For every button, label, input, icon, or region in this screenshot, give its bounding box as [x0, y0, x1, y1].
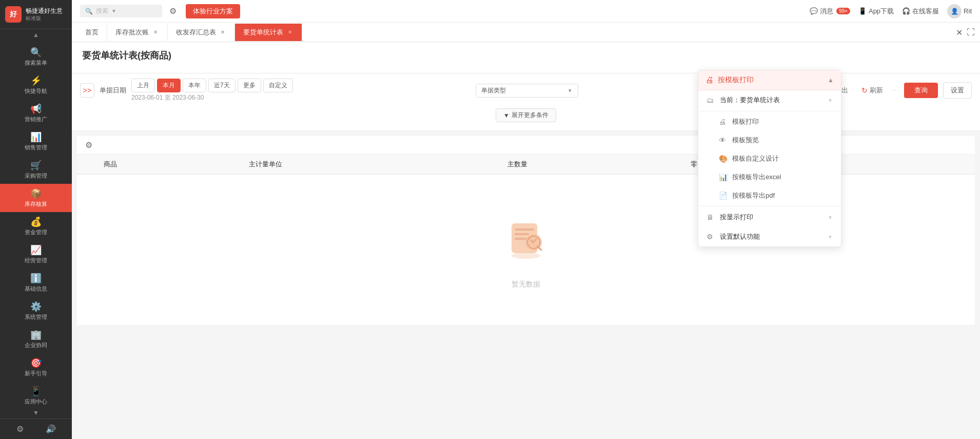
dropdown-panel: 🖨 按模板打印 ▲ 🗂 当前：要货单统计表 ▼ 🖨 模板打印 👁 模板预览 🎨 … [698, 70, 841, 247]
sidebar-item-finance[interactable]: 💰 资金管理 [0, 212, 72, 240]
trial-btn[interactable]: 体验行业方案 [186, 4, 240, 18]
template-custom-label: 模板自定义设计 [732, 154, 779, 163]
sidebar-item-purchase[interactable]: 🛒 采购管理 [0, 156, 72, 184]
set-default-label: 设置默认功能 [720, 232, 822, 241]
main-content: 要货单统计表(按商品) >> 单据日期 上月 本月 本年 近7天 更多 自定义 … [72, 42, 980, 439]
tab-close-batch-account[interactable]: ✕ [152, 29, 159, 36]
sidebar-item-marketing[interactable]: 📢 营销推广 [0, 99, 72, 127]
action-more-dots[interactable]: ··· [892, 86, 899, 95]
page-header: 要货单统计表(按商品) [72, 42, 980, 73]
topbar-search[interactable]: 🔍 搜索 ▼ [80, 5, 162, 17]
svg-point-0 [512, 253, 540, 259]
expand-more-icon: ▼ [503, 112, 509, 119]
topbar: 🔍 搜索 ▼ ⚙ 体验行业方案 💬 消息 99+ 📱 App下载 🎧 在线客服 … [72, 0, 980, 23]
sidebar-item-basic-info[interactable]: ℹ️ 基础信息 [0, 269, 72, 297]
settings-btn[interactable]: 设置 [943, 82, 972, 99]
topbar-gear-icon[interactable]: ⚙ [169, 6, 177, 16]
sound-footer-icon[interactable]: 🔊 [46, 424, 56, 434]
date-btn-last-month[interactable]: 上月 [131, 79, 155, 92]
order-type-select[interactable]: 单据类型 ▼ [476, 84, 578, 98]
filter-bar: >> 单据日期 上月 本月 本年 近7天 更多 自定义 2023-06-01 至… [72, 73, 980, 131]
date-btn-more[interactable]: 更多 [238, 79, 261, 92]
message-btn[interactable]: 💬 消息 99+ [810, 7, 850, 16]
dropdown-current-template[interactable]: 🗂 当前：要货单统计表 ▼ [698, 90, 841, 110]
tab-home[interactable]: 首页 [77, 24, 107, 41]
tab-receipt-summary[interactable]: 收发存汇总表✕ [168, 24, 235, 41]
export-excel-label: 按模板导出excel [732, 173, 781, 182]
sidebar-scroll-up[interactable]: ▲ [0, 29, 72, 41]
tab-label-home: 首页 [85, 28, 99, 37]
enterprise-label: 企业协同 [25, 341, 47, 349]
order-type-label: 单据类型 [481, 86, 506, 95]
operations-label: 经营管理 [25, 257, 47, 264]
logo-icon: 好 [5, 6, 22, 23]
sidebar-item-operations[interactable]: 📈 经营管理 [0, 240, 72, 269]
dropdown-header: 🖨 按模板打印 ▲ [698, 70, 841, 90]
user-avatar-btn[interactable]: 👤 Rit [947, 4, 972, 18]
svg-rect-3 [515, 233, 529, 235]
tabbar-controls: ✕ ⛶ [956, 27, 975, 37]
divider-1 [698, 111, 841, 111]
sidebar-item-search[interactable]: 🔍 搜索菜单 [0, 43, 72, 71]
marketing-icon: 📢 [30, 103, 42, 114]
date-btn-this-month[interactable]: 本月 [157, 79, 181, 92]
date-btn-custom[interactable]: 自定义 [263, 79, 293, 92]
col-quantity: 主数量 [501, 155, 684, 175]
dropdown-template-preview[interactable]: 👁 模板预览 [698, 131, 841, 149]
sidebar-item-sales[interactable]: 📊 销售管理 [0, 127, 72, 156]
dropdown-display-print[interactable]: 🖥 按显示打印 ▼ [698, 207, 841, 227]
date-btn-this-year[interactable]: 本年 [183, 79, 206, 92]
expand-tabbar-btn[interactable]: ⛶ [967, 28, 975, 37]
export-excel-icon: 📊 [719, 173, 727, 181]
tab-close-receipt-summary[interactable]: ✕ [219, 29, 226, 36]
settings-footer-icon[interactable]: ⚙ [16, 424, 24, 434]
refresh-btn[interactable]: ↻ 刷新 [857, 84, 887, 97]
search-label: 搜索菜单 [25, 59, 47, 67]
dropdown-template-print[interactable]: 🖨 模板打印 [698, 112, 841, 131]
sidebar-item-app-center[interactable]: 📱 应用中心 [0, 381, 72, 407]
sidebar-item-quick-nav[interactable]: ⚡ 快捷导航 [0, 71, 72, 99]
sidebar-item-enterprise[interactable]: 🏢 企业协同 [0, 325, 72, 353]
user-name: Rit [964, 7, 972, 15]
online-service-btn[interactable]: 🎧 在线客服 [902, 7, 939, 16]
operations-icon: 📈 [30, 244, 42, 256]
app-edition: 标准版 [26, 15, 63, 22]
current-template-icon: 🗂 [707, 96, 715, 104]
tab-order-stats[interactable]: 要货单统计表✕ [235, 24, 302, 41]
date-filter-label: 单据日期 [100, 86, 126, 95]
system-icon: ⚙️ [30, 301, 42, 312]
sidebar-item-system[interactable]: ⚙️ 系统管理 [0, 297, 72, 325]
date-btn-7days[interactable]: 近7天 [208, 79, 236, 92]
quick-nav-icon: ⚡ [30, 75, 42, 86]
date-range-display: 2023-06-01 至 2023-06-30 [131, 93, 293, 102]
tab-close-order-stats[interactable]: ✕ [286, 29, 293, 36]
tab-batch-account[interactable]: 库存批次账✕ [107, 24, 168, 41]
dropdown-export-pdf[interactable]: 📄 按模板导出pdf [698, 186, 841, 205]
tab-label-receipt-summary: 收发存汇总表 [176, 28, 216, 37]
expand-more-btn[interactable]: ▼ 展开更多条件 [496, 108, 556, 122]
sales-icon: 📊 [30, 131, 42, 143]
sidebar-scroll-down[interactable]: ▼ [0, 407, 72, 418]
app-download-btn[interactable]: 📱 App下载 [858, 7, 894, 16]
dropdown-template-custom[interactable]: 🎨 模板自定义设计 [698, 149, 841, 168]
sidebar-item-inventory[interactable]: 📦 库存核算 [0, 184, 72, 212]
message-icon: 💬 [810, 7, 818, 15]
table-settings-icon[interactable]: ⚙ [85, 140, 92, 150]
service-icon: 🎧 [902, 7, 910, 15]
set-default-icon: ⚙ [707, 233, 715, 241]
filter-expand-btn[interactable]: >> [80, 83, 94, 98]
message-badge: 99+ [836, 8, 850, 14]
search-icon: 🔍 [85, 8, 93, 15]
display-print-arrow: ▼ [828, 215, 833, 220]
search-icon: 🔍 [30, 47, 42, 58]
dropdown-export-excel[interactable]: 📊 按模板导出excel [698, 168, 841, 186]
query-btn[interactable]: 查询 [904, 83, 938, 98]
close-all-btn[interactable]: ✕ [956, 27, 963, 37]
tab-label-order-stats: 要货单统计表 [243, 28, 283, 37]
basic-info-label: 基础信息 [25, 285, 47, 293]
sidebar-item-guide[interactable]: 🎯 新手引导 [0, 353, 72, 381]
dropdown-collapse-icon[interactable]: ▲ [828, 77, 834, 84]
app-center-label: 应用中心 [25, 398, 47, 406]
dropdown-set-default[interactable]: ⚙ 设置默认功能 ▼ [698, 227, 841, 246]
order-type-arrow: ▼ [567, 88, 573, 93]
